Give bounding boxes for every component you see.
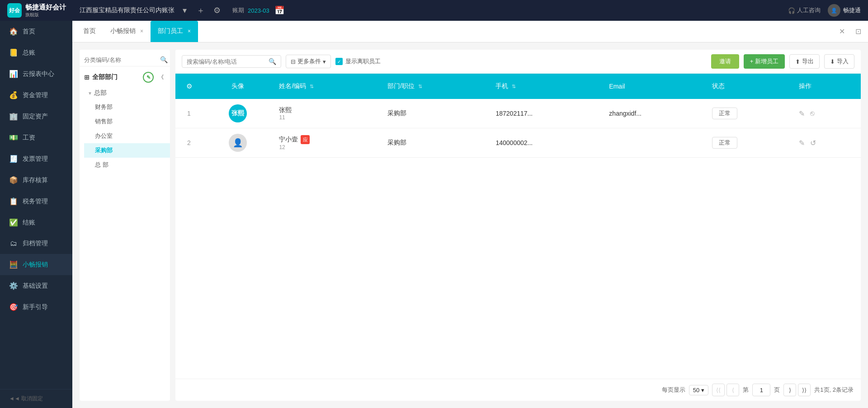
dept-search-input[interactable]: [84, 56, 160, 63]
employee-code: 11: [279, 114, 375, 121]
cell-phone: 187202117...: [489, 99, 603, 128]
dept-office[interactable]: 办公室: [84, 129, 170, 143]
sidebar-item-home[interactable]: 🏠 首页: [0, 21, 72, 42]
user-avatar: 👤: [828, 4, 840, 17]
cell-dept: 采购部: [381, 128, 490, 158]
dropdown-company-btn[interactable]: ▾: [178, 4, 191, 17]
dept-hq-label: 总部: [94, 89, 107, 97]
user-area[interactable]: 👤 畅捷通: [828, 4, 861, 17]
table-col-email: Email: [603, 74, 706, 99]
sidebar-label-closing: 结账: [23, 219, 35, 227]
closing-icon: ✅: [9, 218, 18, 227]
unpin-sidebar-btn[interactable]: ◄◄ 取消固定: [0, 389, 72, 408]
show-resigned-checkbox[interactable]: ✓ 显示离职员工: [335, 57, 381, 66]
support-btn[interactable]: 🎧 人工咨询: [788, 6, 821, 14]
tag-badge: 应: [301, 135, 310, 144]
cell-phone: 140000002...: [489, 128, 603, 158]
sidebar-item-archive[interactable]: 🗂 归档管理: [0, 233, 72, 254]
cell-num: 2: [175, 128, 203, 158]
page-prev-btn[interactable]: ⟨: [726, 384, 739, 396]
page-input[interactable]: [752, 384, 770, 396]
settings-btn[interactable]: ⚙: [211, 4, 223, 17]
status-badge: 正常: [712, 108, 737, 119]
settings-sidebar-icon: ⚙️: [9, 281, 18, 290]
employee-search-input[interactable]: [187, 58, 266, 65]
tab-expense[interactable]: 小畅报销 ×: [103, 21, 151, 42]
sidebar-item-closing[interactable]: ✅ 结账: [0, 212, 72, 233]
sidebar-item-guide[interactable]: 🎯 新手引导: [0, 296, 72, 318]
export-btn[interactable]: ⬆ 导出: [789, 54, 820, 69]
table-header-row: ⚙ 头像 姓名/编码 ⇅ 部门/职位 ⇅: [175, 74, 861, 99]
dept-all-btn[interactable]: ⊞ 全部部门 ✎ 《: [80, 68, 170, 86]
sidebar-label-settings: 基础设置: [23, 282, 48, 290]
sidebar-item-tax[interactable]: 📋 税务管理: [0, 191, 72, 212]
table-col-dept[interactable]: 部门/职位 ⇅: [381, 74, 490, 99]
top-bar: 好会 畅捷通好会计 旗舰版 江西服宝精品有限责任公司内账张 ▾ ＋ ⚙ 账期 2…: [0, 0, 868, 21]
sidebar-item-reports[interactable]: 📊 云报表中心: [0, 63, 72, 84]
dept-search-icon[interactable]: 🔍: [160, 56, 168, 63]
sidebar-label-reports: 云报表中心: [23, 70, 54, 78]
tab-expense-close[interactable]: ×: [140, 28, 143, 34]
table-col-avatar: 头像: [203, 74, 273, 99]
sidebar-label-expense: 小畅报销: [23, 261, 48, 269]
period-value: 2023-03: [248, 7, 269, 14]
sidebar: 🏠 首页 📒 总账 📊 云报表中心 💰 资金管理 🏢 固定资产 💵 工资 🧾 发…: [0, 21, 72, 408]
dept-value: 采购部: [387, 139, 406, 146]
dept-collapse-btn[interactable]: 《: [156, 73, 165, 82]
filter-label: 更多条件: [297, 57, 321, 66]
table-col-phone[interactable]: 手机 ⇅: [489, 74, 603, 99]
search-icon[interactable]: 🔍: [269, 58, 276, 65]
export-label: 导出: [802, 57, 814, 66]
email-value: zhangxidf...: [609, 110, 642, 117]
tab-dept-close[interactable]: ×: [188, 28, 191, 34]
dept-general[interactable]: 总 部: [84, 158, 170, 172]
dept-purchase[interactable]: 采购部: [84, 143, 170, 158]
dept-edit-btn[interactable]: ✎: [143, 72, 154, 83]
employee-name: 宁小壹应: [279, 135, 375, 144]
dept-finance[interactable]: 财务部: [84, 100, 170, 114]
delete-action-btn[interactable]: ⎋: [810, 109, 815, 117]
tab-dept-employee[interactable]: 部门员工 ×: [151, 21, 198, 42]
add-btn[interactable]: ＋: [194, 4, 207, 17]
edit-action-btn[interactable]: ✎: [799, 109, 805, 118]
page-last-btn[interactable]: ⟩⟩: [798, 384, 811, 396]
table-col-name[interactable]: 姓名/编码 ⇅: [273, 74, 381, 99]
logo-icon: 好会: [7, 3, 22, 18]
add-employee-btn[interactable]: + 新增员工: [744, 54, 785, 69]
table-settings-icon[interactable]: ⚙: [182, 79, 196, 94]
cell-avatar: 👤: [203, 128, 273, 158]
sidebar-item-expense[interactable]: 🧮 小畅报销: [0, 254, 72, 275]
calendar-btn[interactable]: 📅: [273, 4, 286, 17]
tab-home[interactable]: 首页: [76, 21, 103, 42]
import-btn[interactable]: ⬇ 导入: [824, 54, 854, 69]
filter-btn[interactable]: ⊟ 更多条件 ▾: [286, 55, 331, 68]
sidebar-item-settings[interactable]: ⚙️ 基础设置: [0, 275, 72, 296]
sidebar-item-salary[interactable]: 💵 工资: [0, 127, 72, 148]
maximize-btn[interactable]: ⊡: [852, 25, 864, 38]
sidebar-item-funds[interactable]: 💰 资金管理: [0, 84, 72, 106]
tab-expense-label: 小畅报销: [110, 27, 136, 35]
top-right: 🎧 人工咨询 👤 畅捷通: [788, 4, 861, 17]
sidebar-item-assets[interactable]: 🏢 固定资产: [0, 106, 72, 127]
page-next-btn[interactable]: ⟩: [783, 384, 796, 396]
avatar: 张熙: [229, 104, 247, 122]
employee-name: 张熙: [279, 106, 375, 114]
employee-panel: 🔍 ⊟ 更多条件 ▾ ✓ 显示离职员工 邀请 + 新增: [175, 50, 861, 401]
edit-action-btn[interactable]: ✎: [799, 139, 805, 147]
dept-sales[interactable]: 销售部: [84, 114, 170, 129]
table-col-settings: ⚙: [175, 74, 203, 99]
add-employee-label: + 新增员工: [750, 57, 778, 66]
table-col-actions: 操作: [793, 74, 861, 99]
delete-action-btn[interactable]: ↺: [810, 139, 816, 147]
sidebar-label-tax: 税务管理: [23, 197, 48, 206]
close-window-btn[interactable]: ✕: [835, 25, 848, 38]
page-size-select[interactable]: 50 ▾: [689, 385, 708, 395]
support-label: 人工咨询: [797, 6, 821, 14]
invite-btn[interactable]: 邀请: [711, 54, 739, 69]
sidebar-item-ledger[interactable]: 📒 总账: [0, 42, 72, 63]
dept-hq-header[interactable]: ▼ 总部: [84, 86, 170, 100]
sidebar-item-invoice[interactable]: 🧾 发票管理: [0, 148, 72, 169]
sidebar-item-inventory[interactable]: 📦 库存核算: [0, 169, 72, 191]
page-first-btn[interactable]: ⟨⟨: [712, 384, 725, 396]
employee-code: 12: [279, 144, 375, 150]
